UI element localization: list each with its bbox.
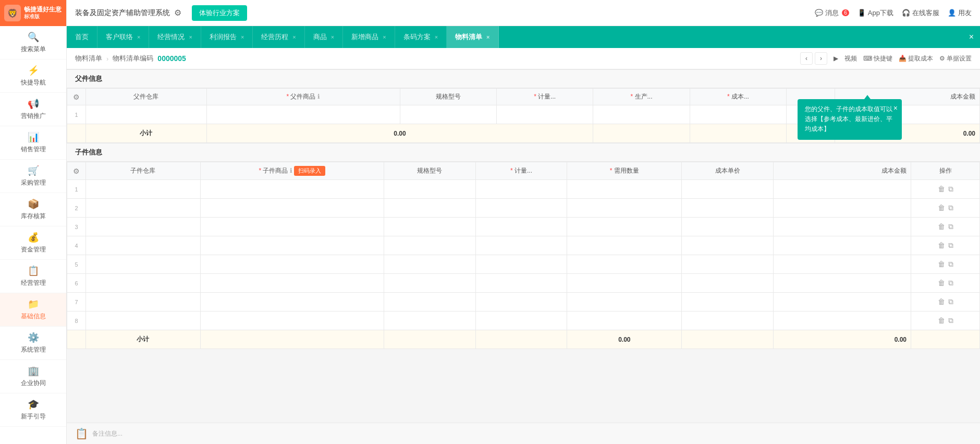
- view-action[interactable]: 视频: [844, 54, 857, 63]
- shortcut-action[interactable]: ⌨ 快捷键: [863, 54, 892, 63]
- copy-icon[interactable]: ⧉: [948, 203, 953, 212]
- child-qty-cell-3[interactable]: [567, 236, 682, 255]
- child-unit-cost-cell-2[interactable]: [682, 218, 774, 236]
- extract-cost-action[interactable]: 📥 提取成本: [899, 54, 933, 63]
- delete-icon[interactable]: 🗑: [938, 316, 945, 325]
- tooltip-close[interactable]: ×: [893, 102, 898, 114]
- sidebar-item-purchase[interactable]: 🛒 采购管理: [0, 160, 66, 193]
- nav-prev-btn[interactable]: ‹: [800, 52, 813, 65]
- child-warehouse-cell-1[interactable]: [86, 199, 201, 218]
- child-unit-cost-cell-7[interactable]: [682, 311, 774, 330]
- child-spec-cell-7[interactable]: [384, 311, 475, 330]
- sidebar-item-marketing[interactable]: 📢 营销推广: [0, 93, 66, 126]
- child-spec-cell-4[interactable]: [384, 255, 475, 274]
- child-warehouse-cell-2[interactable]: [86, 218, 201, 236]
- parent-unit-cell[interactable]: [496, 105, 593, 124]
- user-action[interactable]: 👤 用友: [948, 8, 972, 18]
- child-product-cell-6[interactable]: [200, 293, 384, 311]
- child-spec-cell-6[interactable]: [384, 293, 475, 311]
- child-qty-cell-1[interactable]: [567, 199, 682, 218]
- tab-operation[interactable]: 经营情况 ×: [149, 26, 201, 48]
- child-qty-cell-0[interactable]: [567, 180, 682, 199]
- tab-barcode-close[interactable]: ×: [435, 34, 438, 40]
- copy-icon[interactable]: ⧉: [948, 241, 953, 250]
- delete-icon[interactable]: 🗑: [938, 203, 945, 212]
- child-unit-cost-cell-6[interactable]: [682, 293, 774, 311]
- sidebar-item-inventory[interactable]: 📦 库存核算: [0, 193, 66, 226]
- delete-icon[interactable]: 🗑: [938, 279, 945, 287]
- tab-history-close[interactable]: ×: [292, 34, 296, 40]
- copy-icon[interactable]: ⧉: [948, 185, 953, 194]
- sidebar-item-search[interactable]: 🔍 搜索菜单: [0, 26, 66, 59]
- parent-product-cell[interactable]: [206, 105, 400, 124]
- sidebar-item-sales[interactable]: 📊 销售管理: [0, 126, 66, 160]
- copy-icon[interactable]: ⧉: [948, 279, 953, 287]
- child-unit-cost-cell-3[interactable]: [682, 236, 774, 255]
- tab-home[interactable]: 首页: [67, 26, 97, 48]
- sidebar-item-corp[interactable]: 🏢 企业协同: [0, 360, 66, 393]
- child-spec-cell-2[interactable]: [384, 218, 475, 236]
- sidebar-item-guide[interactable]: 🎓 新手引导: [0, 393, 66, 427]
- tab-profit-close[interactable]: ×: [241, 34, 244, 40]
- note-icon[interactable]: 📋: [75, 427, 88, 440]
- trial-button[interactable]: 体验行业方案: [192, 5, 247, 21]
- parent-cost-cell[interactable]: [690, 105, 786, 124]
- tab-bom-close[interactable]: ×: [486, 34, 489, 40]
- parent-spec-cell[interactable]: [400, 105, 496, 124]
- delete-icon[interactable]: 🗑: [938, 297, 945, 306]
- tab-new-goods[interactable]: 新增商品 ×: [343, 26, 395, 48]
- child-unit-cell-1[interactable]: [475, 199, 567, 218]
- child-qty-cell-6[interactable]: [567, 293, 682, 311]
- child-unit-cost-cell-1[interactable]: [682, 199, 774, 218]
- child-spec-cell-0[interactable]: [384, 180, 475, 199]
- tab-new-goods-close[interactable]: ×: [383, 34, 386, 40]
- child-unit-cell-3[interactable]: [475, 236, 567, 255]
- child-warehouse-cell-3[interactable]: [86, 236, 201, 255]
- child-warehouse-cell-7[interactable]: [86, 311, 201, 330]
- tab-customer[interactable]: 客户联络 ×: [97, 26, 149, 48]
- child-unit-cost-cell-0[interactable]: [682, 180, 774, 199]
- message-action[interactable]: 💬 消息 6: [815, 8, 849, 18]
- child-product-cell-2[interactable]: [200, 218, 384, 236]
- child-product-cell-1[interactable]: [200, 199, 384, 218]
- nav-next-btn[interactable]: ›: [815, 52, 827, 65]
- settings-icon[interactable]: ⚙: [174, 8, 181, 18]
- child-unit-cost-cell-4[interactable]: [682, 255, 774, 274]
- child-unit-cost-cell-5[interactable]: [682, 274, 774, 293]
- sidebar-item-finance[interactable]: 💰 资金管理: [0, 226, 66, 260]
- sidebar-item-system[interactable]: ⚙️ 系统管理: [0, 327, 66, 360]
- child-qty-cell-5[interactable]: [567, 274, 682, 293]
- child-product-cell-7[interactable]: [200, 311, 384, 330]
- child-unit-cell-5[interactable]: [475, 274, 567, 293]
- child-unit-cell-7[interactable]: [475, 311, 567, 330]
- child-th-settings[interactable]: ⚙: [67, 162, 86, 180]
- copy-icon[interactable]: ⧉: [948, 260, 953, 269]
- child-qty-cell-2[interactable]: [567, 218, 682, 236]
- tab-goods[interactable]: 商品 ×: [305, 26, 343, 48]
- delete-icon[interactable]: 🗑: [938, 260, 945, 269]
- tab-goods-close[interactable]: ×: [331, 34, 334, 40]
- child-warehouse-cell-0[interactable]: [86, 180, 201, 199]
- tab-operation-close[interactable]: ×: [189, 34, 192, 40]
- child-unit-cell-4[interactable]: [475, 255, 567, 274]
- parent-warehouse-cell[interactable]: [86, 105, 207, 124]
- child-warehouse-cell-4[interactable]: [86, 255, 201, 274]
- sidebar-item-quick-nav[interactable]: ⚡ 快捷导航: [0, 59, 66, 93]
- sidebar-item-basic[interactable]: 📁 基础信息: [0, 293, 66, 327]
- delete-icon[interactable]: 🗑: [938, 241, 945, 250]
- child-qty-cell-7[interactable]: [567, 311, 682, 330]
- copy-icon[interactable]: ⧉: [948, 316, 953, 325]
- child-unit-cell-6[interactable]: [475, 293, 567, 311]
- child-qty-cell-4[interactable]: [567, 255, 682, 274]
- child-spec-cell-1[interactable]: [384, 199, 475, 218]
- app-download-action[interactable]: 📱 App下载: [858, 8, 893, 18]
- copy-icon[interactable]: ⧉: [948, 222, 953, 231]
- child-product-cell-5[interactable]: [200, 274, 384, 293]
- tab-profit[interactable]: 利润报告 ×: [201, 26, 253, 48]
- child-unit-cell-2[interactable]: [475, 218, 567, 236]
- child-warehouse-cell-6[interactable]: [86, 293, 201, 311]
- copy-icon[interactable]: ⧉: [948, 297, 953, 306]
- parent-production-cell[interactable]: [593, 105, 690, 124]
- sidebar-item-operation[interactable]: 📋 经营管理: [0, 260, 66, 293]
- online-service-action[interactable]: 🎧 在线客服: [902, 8, 939, 18]
